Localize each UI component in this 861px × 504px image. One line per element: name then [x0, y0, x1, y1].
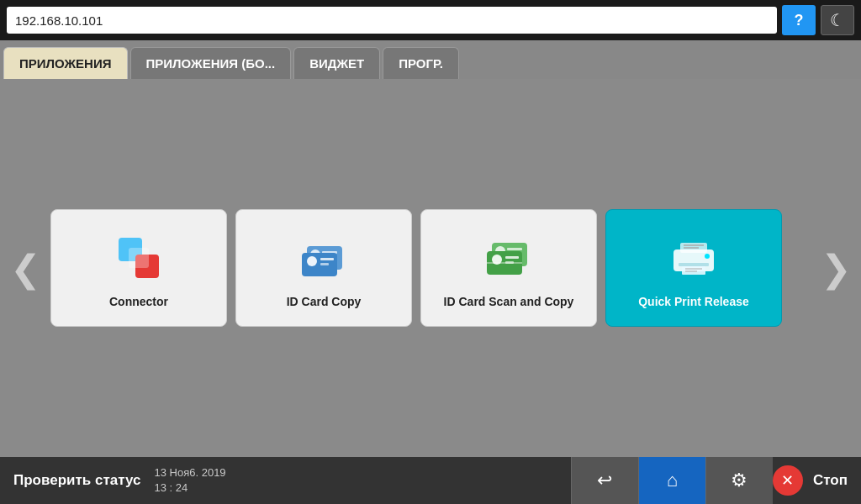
- stop-section: ✕ Стоп: [773, 465, 861, 496]
- back-icon: ↩: [597, 470, 612, 491]
- id-card-copy-icon: [295, 231, 352, 285]
- date-time: 13 Ноя6. 2019 13 : 24: [154, 465, 225, 496]
- svg-rect-25: [682, 266, 705, 275]
- id-card-scan-copy-label: ID Card Scan and Copy: [439, 295, 579, 308]
- nav-right-button[interactable]: ❯: [817, 241, 854, 295]
- id-card-scan-copy-icon-area: [478, 228, 539, 288]
- quick-print-release-label: Quick Print Release: [633, 295, 754, 308]
- stop-symbol: ✕: [781, 471, 794, 490]
- status-text: Проверить статус: [13, 472, 140, 489]
- connector-icon: [112, 231, 166, 285]
- stop-icon-button[interactable]: ✕: [773, 465, 803, 496]
- sleep-button[interactable]: ☾: [821, 5, 854, 35]
- svg-rect-2: [129, 248, 149, 268]
- id-card-scan-copy-icon: [480, 231, 537, 285]
- tab-apps-more[interactable]: ПРИЛОЖЕНИЯ (БО...: [130, 47, 292, 79]
- home-button[interactable]: ⌂: [638, 457, 705, 504]
- status-section: Проверить статус 13 Ноя6. 2019 13 : 24: [0, 465, 571, 496]
- tab-bar: ПРИЛОЖЕНИЯ ПРИЛОЖЕНИЯ (БО... ВИДЖЕТ ПРОГ…: [0, 40, 861, 79]
- nav-left-button[interactable]: ❮: [7, 241, 44, 295]
- back-button[interactable]: ↩: [571, 457, 638, 504]
- tab-apps[interactable]: ПРИЛОЖЕНИЯ: [3, 47, 128, 79]
- svg-point-28: [705, 254, 710, 259]
- tab-widget[interactable]: ВИДЖЕТ: [293, 47, 380, 79]
- quick-print-release-icon-area: [663, 228, 724, 288]
- svg-point-8: [307, 256, 317, 266]
- gear-icon: ⚙: [731, 470, 747, 491]
- id-card-copy-icon-area: [293, 228, 354, 288]
- help-button[interactable]: ?: [782, 5, 816, 35]
- main-content: ❮ Connector: [0, 79, 861, 457]
- svg-rect-13: [507, 248, 522, 250]
- id-card-copy-label: ID Card Copy: [282, 295, 367, 308]
- address-input[interactable]: [7, 7, 777, 34]
- quick-print-release-icon: [665, 231, 722, 285]
- home-icon: ⌂: [667, 470, 678, 491]
- date-display: 13 Ноя6. 2019: [154, 465, 225, 480]
- svg-rect-7: [302, 253, 337, 276]
- svg-rect-10: [320, 263, 329, 265]
- tile-connector[interactable]: Connector: [50, 209, 227, 327]
- svg-rect-17: [505, 256, 519, 259]
- top-bar: ? ☾: [0, 0, 861, 40]
- moon-icon: ☾: [830, 10, 845, 30]
- connector-icon-area: [108, 228, 169, 288]
- svg-rect-9: [320, 258, 334, 260]
- tile-id-card-scan-copy[interactable]: ID Card Scan and Copy: [420, 209, 597, 327]
- tile-id-card-copy[interactable]: ID Card Copy: [235, 209, 412, 327]
- bottom-controls: ↩ ⌂ ⚙: [571, 457, 773, 504]
- settings-button[interactable]: ⚙: [705, 457, 773, 504]
- chevron-right-icon: ❯: [821, 247, 852, 290]
- connector-label: Connector: [104, 295, 173, 308]
- chevron-left-icon: ❮: [10, 247, 41, 290]
- svg-rect-24: [679, 263, 709, 266]
- stop-text: Стоп: [813, 472, 848, 489]
- bottom-bar: Проверить статус 13 Ноя6. 2019 13 : 24 ↩…: [0, 457, 861, 504]
- tile-quick-print-release[interactable]: Quick Print Release: [605, 209, 782, 327]
- time-display: 13 : 24: [154, 480, 225, 496]
- tab-prog[interactable]: ПРОГР.: [383, 47, 459, 79]
- app-grid: Connector ID Card Copy: [50, 201, 811, 335]
